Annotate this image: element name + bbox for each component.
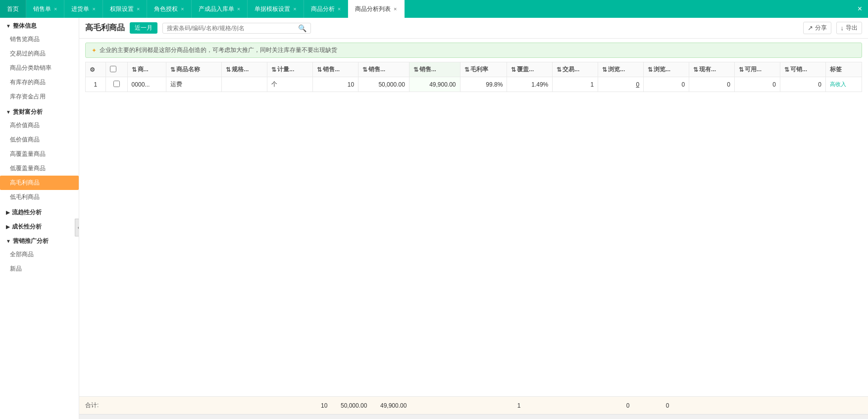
settings-icon[interactable]: ⚙ [90,66,95,73]
search-input[interactable] [167,25,298,32]
nav-home[interactable]: 首页 [0,0,26,18]
nav-sales-order[interactable]: 销售单 × [26,0,64,18]
col-coverage[interactable]: ⇅ 覆盖... [507,62,553,77]
col-sale-amount-sort: ⇅ [362,66,367,73]
col-current-sort: ⇅ [693,66,698,73]
data-table: ⚙ ⇅ 商... [85,62,862,92]
close-all-tabs[interactable]: × [852,0,868,18]
cell-checkbox[interactable] [105,77,127,92]
close-sales-order[interactable]: × [54,6,57,12]
col-name[interactable]: ⇅ 商品名称 [166,62,221,77]
close-template-settings[interactable]: × [293,6,296,12]
page-title: 高毛利商品 [85,23,125,33]
cell-spec [222,77,267,92]
table-container[interactable]: ⚙ ⇅ 商... [79,62,868,396]
col-gross-rate-sort: ⇅ [464,66,469,73]
sidebar-group-overall[interactable]: ▼ 整体信息 [0,18,79,32]
info-banner: ✦ 企业的主要的利润都是这部分商品创造的，可考虑加大推广，同时关注库存量不要出现… [85,43,862,58]
cell-saleable: 0 [780,77,825,92]
select-all-checkbox[interactable] [110,66,116,72]
sidebar-item-high-value[interactable]: 高价值商品 [0,118,79,133]
sidebar-item-high-coverage[interactable]: 高覆盖量商品 [0,147,79,161]
cell-unit: 个 [267,77,313,92]
close-product-inbound[interactable]: × [237,6,240,12]
cell-browse2: 0 [644,77,689,92]
sidebar-item-sales-goods[interactable]: 销售览商品 [0,32,79,47]
search-icon[interactable]: 🔍 [298,24,306,32]
sidebar-item-new-goods[interactable]: 新品 [0,262,79,276]
col-gross-rate[interactable]: ⇅ 毛利率 [460,62,507,77]
sidebar-group-wealth[interactable]: ▼ 赏财富分析 [0,104,79,118]
sidebar-group-trend[interactable]: ▶ 流趋性分析 [0,204,79,219]
footer-spacer2 [410,402,485,409]
sidebar-collapse-btn[interactable]: « [75,219,79,236]
col-sale-profit-sort: ⇅ [413,66,418,73]
close-permission[interactable]: × [137,6,140,12]
sidebar-item-low-coverage[interactable]: 低覆盖量商品 [0,161,79,176]
cell-current: 0 [689,77,735,92]
time-filter-button[interactable]: 近一月 [130,22,157,34]
cell-sale-profit: 49,900.00 [409,77,460,92]
sidebar-item-category-rate[interactable]: 商品分类助销率 [0,61,79,75]
sidebar-item-in-stock[interactable]: 有库存的商品 [0,75,79,90]
col-available[interactable]: ⇅ 可用... [735,62,780,77]
col-saleable-sort: ⇅ [784,66,789,73]
col-tag: 标签 [825,62,862,77]
nav-product-inbound[interactable]: 产成品入库单 × [192,0,248,18]
row-checkbox[interactable] [113,81,120,87]
total-values: 10 50,000.00 49,900.00 1 0 0 [108,402,862,409]
export-button[interactable]: ↓ 导出 [836,22,863,34]
col-code[interactable]: ⇅ 商... [127,62,166,77]
close-role[interactable]: × [181,6,184,12]
nav-permission[interactable]: 权限设置 × [103,0,147,18]
arrow-overall: ▼ [6,23,11,29]
col-sale-profit[interactable]: ⇅ 销售... [409,62,460,77]
footer-spacer4 [559,402,594,409]
close-product-analysis[interactable]: × [338,6,341,12]
sidebar-item-inventory-capital[interactable]: 库存资金占用 [0,90,79,104]
nav-purchase-order[interactable]: 进货单 × [64,0,102,18]
arrow-growth: ▶ [6,224,10,230]
nav-template-settings[interactable]: 单据模板设置 × [248,0,304,18]
footer-total: 合计: 10 50,000.00 49,900.00 1 0 0 [79,396,868,414]
sidebar-group-growth[interactable]: ▶ 成长性分析 [0,219,79,233]
close-product-analysis-list[interactable]: × [394,6,397,12]
nav-product-analysis[interactable]: 商品分析 × [304,0,348,18]
footer-current: 0 [594,402,633,409]
col-spec[interactable]: ⇅ 规格... [222,62,267,77]
sidebar-group-marketing[interactable]: ▼ 营销推广分析 [0,233,79,247]
share-button[interactable]: ↗ 分享 [803,22,831,34]
sidebar-item-all-goods[interactable]: 全部商品 [0,247,79,262]
col-current[interactable]: ⇅ 现有... [689,62,735,77]
sidebar-item-low-value[interactable]: 低价值商品 [0,133,79,147]
sidebar: « ▼ 整体信息 销售览商品 交易过的商品 商品分类助销率 有库存的商品 库存资… [0,18,79,419]
col-sale-qty[interactable]: ⇅ 销售... [313,62,358,77]
col-saleable[interactable]: ⇅ 可销... [780,62,825,77]
col-browse1[interactable]: ⇅ 浏览... [598,62,644,77]
nav-role[interactable]: 角色授权 × [147,0,191,18]
cell-gross-rate: 99.8% [460,77,507,92]
col-sale-amount[interactable]: ⇅ 销售... [358,62,409,77]
bottom-scrollbar[interactable] [79,414,868,419]
nav-product-analysis-list[interactable]: 商品分析列表 × [348,0,404,18]
col-browse2-sort: ⇅ [648,66,653,73]
arrow-marketing: ▼ [6,238,11,244]
col-trade[interactable]: ⇅ 交易... [553,62,598,77]
sidebar-item-low-margin[interactable]: 低毛利商品 [0,190,79,204]
arrow-wealth: ▼ [6,109,11,115]
col-index: ⚙ [86,62,106,77]
col-browse2[interactable]: ⇅ 浏览... [644,62,689,77]
content-area: 高毛利商品 近一月 🔍 ↗ 分享 ↓ 导出 [79,18,868,419]
footer-available: 0 [633,402,673,409]
sidebar-item-high-margin[interactable]: 高毛利商品 [0,176,79,190]
col-sale-qty-sort: ⇅ [317,66,322,73]
footer-spacer3 [524,402,559,409]
footer-trade: 1 [485,402,524,409]
top-nav: 首页 销售单 × 进货单 × 权限设置 × 角色授权 × 产成品入库单 × 单据… [0,0,868,18]
col-unit[interactable]: ⇅ 计量... [267,62,313,77]
sidebar-item-traded-goods[interactable]: 交易过的商品 [0,47,79,61]
cell-browse1[interactable]: 0 [598,77,644,92]
close-purchase-order[interactable]: × [92,6,95,12]
footer-sale-profit: 49,900.00 [371,402,410,409]
share-icon: ↗ [808,24,813,32]
